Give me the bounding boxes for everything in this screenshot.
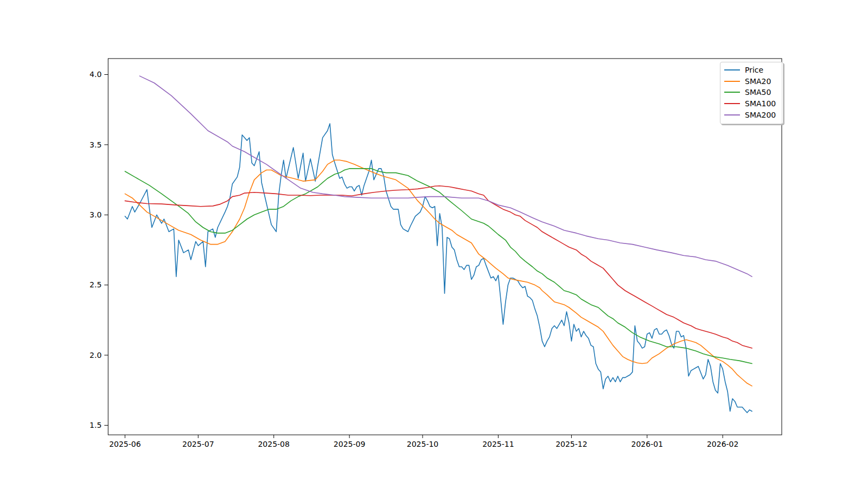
x-tick-label: 2025-09 xyxy=(334,440,366,448)
y-tick-label: 3.0 xyxy=(90,210,101,219)
x-tick-label: 2025-12 xyxy=(556,440,588,448)
legend-line-sample-sma50 xyxy=(724,92,740,93)
x-tick-label: 2025-06 xyxy=(109,440,141,448)
sma20-line xyxy=(125,160,752,386)
legend-line-sample-sma200 xyxy=(724,114,740,115)
legend: PriceSMA20SMA50SMA100SMA200 xyxy=(720,62,783,124)
x-tick-label: 2026-01 xyxy=(631,440,663,448)
price-line xyxy=(125,124,752,413)
legend-item-sma200: SMA200 xyxy=(724,109,780,120)
legend-label: Price xyxy=(745,66,763,74)
legend-label: SMA20 xyxy=(745,78,771,85)
y-tick-label: 1.5 xyxy=(90,421,101,429)
y-tick-label: 3.5 xyxy=(90,140,101,149)
legend-item-price: Price xyxy=(724,65,780,76)
legend-line-sample-sma100 xyxy=(724,103,740,104)
sma50-line xyxy=(125,169,752,364)
legend-item-sma50: SMA50 xyxy=(724,87,780,98)
y-tick-label: 2.5 xyxy=(90,280,101,289)
legend-line-sample-price xyxy=(724,69,740,70)
x-tick-label: 2025-07 xyxy=(182,440,214,448)
legend-line-sample-sma20 xyxy=(724,81,740,82)
x-tick-label: 2025-08 xyxy=(258,440,290,448)
plot-border xyxy=(108,59,782,435)
matplotlib-figure: 2025-062025-072025-082025-092025-102025-… xyxy=(0,0,868,488)
legend-label: SMA100 xyxy=(745,100,776,107)
y-tick-label: 4.0 xyxy=(90,70,101,79)
legend-item-sma100: SMA100 xyxy=(724,98,780,110)
sma200-line xyxy=(139,76,752,277)
x-tick-label: 2025-11 xyxy=(482,440,514,448)
x-tick-label: 2025-10 xyxy=(407,440,439,448)
y-tick-label: 2.0 xyxy=(90,351,101,359)
legend-label: SMA200 xyxy=(745,111,776,119)
legend-item-sma20: SMA20 xyxy=(724,76,780,87)
legend-label: SMA50 xyxy=(745,88,771,96)
x-tick-label: 2026-02 xyxy=(707,440,739,448)
sma100-line xyxy=(125,186,752,348)
